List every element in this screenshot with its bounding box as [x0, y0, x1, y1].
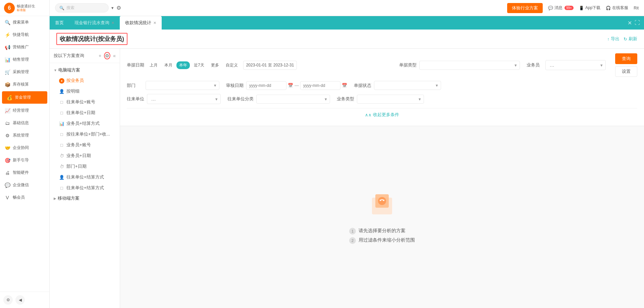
tab-bank-close[interactable]: ✕ — [111, 21, 114, 25]
date-tab-this-year[interactable]: 本年 — [176, 61, 190, 69]
tree-item-sales-payment[interactable]: 📊 业务员+结算方式 — [50, 118, 120, 129]
sidebar-item-finance[interactable]: 💰 资金管理 — [2, 91, 47, 104]
biz-type-select[interactable]: ▾ — [357, 95, 424, 104]
dept-select[interactable]: ▾ — [146, 81, 219, 90]
page-title: 收款情况统计(按业务员) — [56, 33, 127, 45]
sidebar-item-system[interactable]: ⚙ 系统管理 — [0, 129, 49, 142]
tree-item-sales-date[interactable]: ⏱ 业务员+日期 — [50, 150, 120, 161]
sidebar-item-enterprise[interactable]: 🤝 企业协同 — [0, 142, 49, 154]
tab-bank[interactable]: 现金银行流水查询 ✕ — [69, 16, 120, 30]
set-btn[interactable]: 设置 — [615, 66, 637, 77]
user-avatar[interactable]: Rit — [634, 6, 639, 10]
collapse-sidebar-btn[interactable]: ◀ — [15, 295, 25, 305]
tree-group-desktop-header[interactable]: ▼ 电脑端方案 — [50, 65, 120, 75]
notification-btn[interactable]: 💬 消息 99+ — [548, 5, 574, 11]
sidebar-item-guide[interactable]: 🎯 新手引导 — [0, 154, 49, 166]
date-tab-this-month[interactable]: 本月 — [162, 61, 175, 69]
online-service-btn[interactable]: 🎧 在线客服 — [606, 5, 628, 11]
inventory-icon: 📦 — [5, 82, 10, 87]
app-download-btn[interactable]: 📱 App下载 — [579, 5, 600, 11]
search-icon: 🔍 — [5, 20, 10, 25]
partner-type-select[interactable]: ▾ — [256, 95, 330, 104]
sidebar-item-sales[interactable]: 📊 销售管理 — [0, 53, 49, 66]
content-area: 收款情况统计(按业务员) ↑ 导出 ↻ 刷新 按以下方 — [50, 30, 644, 308]
date-tab-last-month[interactable]: 上月 — [147, 61, 160, 69]
partner-type-arrow: ▾ — [325, 97, 327, 102]
collapse-panel-btn[interactable]: « — [113, 53, 116, 58]
add-plan-btn[interactable]: + — [99, 53, 101, 58]
tabbar-end: ✕ ⛶ — [624, 20, 644, 26]
sales-select[interactable]: ... ▾ — [545, 60, 606, 70]
right-panel: 单据日期 上月 本月 本年 近7天 更多 自定义 — [120, 49, 644, 308]
refresh-btn[interactable]: ↻ 刷新 — [624, 36, 637, 42]
date-tab-more[interactable]: 更多 — [208, 61, 222, 69]
partner-filter: 往来单位 ... ▾ — [127, 94, 221, 104]
review-date-range: 📅 — 📅 — [246, 81, 347, 90]
date-tab-7days[interactable]: 近7天 — [191, 61, 207, 69]
review-date-from-input[interactable] — [246, 81, 286, 90]
sidebar-item-member[interactable]: V 畅会员 — [0, 191, 49, 204]
export-icon: ↑ — [607, 37, 610, 42]
export-btn[interactable]: ↑ 导出 — [607, 36, 620, 42]
tree-item-client-account[interactable]: □ 往来单位+账号 — [50, 97, 120, 107]
doc-status-arrow: ▾ — [436, 83, 438, 88]
table5-icon: □ — [59, 186, 64, 191]
tree-item-by-detail[interactable]: 👤 按明细 — [50, 86, 120, 97]
plan-settings-btn[interactable]: ⚙ — [104, 52, 110, 59]
tree-item-client-payment2[interactable]: □ 往来单位+结算方式 — [50, 183, 120, 193]
tree-item-sales-account[interactable]: □ 业务员+账号 — [50, 140, 120, 150]
window-close-btn[interactable]: ✕ — [628, 20, 632, 26]
tree-item-dept-date[interactable]: ⏱ 部门+日期 — [50, 161, 120, 172]
sidebar-item-operations[interactable]: 📈 经营管理 — [0, 104, 49, 117]
tab-collection-close[interactable]: ✕ — [153, 21, 156, 25]
topbar-gear-btn[interactable]: ⚙ — [116, 5, 121, 11]
tab-home[interactable]: 首页 — [50, 16, 69, 30]
partner-type-filter: 往来单位分类 ▾ — [227, 95, 330, 104]
partner-more-btn[interactable]: ... — [151, 96, 156, 102]
settings-footer-btn[interactable]: ⚙ — [3, 295, 13, 305]
doc-status-select[interactable]: ▾ — [374, 81, 441, 90]
tree-item-client-dept[interactable]: □ 按往来单位+部门+收... — [50, 129, 120, 140]
action-btns: 查询 设置 — [615, 53, 637, 77]
cal-to-icon[interactable]: 📅 — [342, 83, 347, 88]
topbar-search-box[interactable]: 🔍 搜索 — [55, 3, 109, 12]
sales-more-btn[interactable]: ... — [550, 62, 554, 68]
review-date-to-input[interactable] — [300, 81, 340, 90]
collapse-bar[interactable]: ∧∧ 收起更多条件 — [127, 108, 637, 121]
window-expand-btn[interactable]: ⛶ — [635, 20, 640, 26]
sidebar-item-search[interactable]: 🔍 搜索菜单 — [0, 16, 49, 29]
guide-icon: 🎯 — [5, 158, 10, 163]
clock2-icon: ⏱ — [59, 164, 64, 169]
sidebar-nav: 🔍 搜索菜单 ⚡ 快捷导航 📢 营销推广 📊 销售管理 🛒 采购管理 📦 库存核… — [0, 16, 49, 292]
sidebar-item-purchase[interactable]: 🛒 采购管理 — [0, 66, 49, 78]
partner-select[interactable]: ... ▾ — [147, 94, 221, 104]
sidebar-item-inventory[interactable]: 📦 库存核算 — [0, 78, 49, 91]
tree-item-client-payment1[interactable]: 👤 往来单位+结算方式 — [50, 172, 120, 183]
tree-item-by-sales[interactable]: ● 按业务员 — [50, 75, 120, 86]
topbar-left: 🔍 搜索 ▾ ⚙ — [55, 3, 503, 12]
left-panel: 按以下方案查询 + ⚙ « ▼ 电脑端方案 — [50, 49, 120, 308]
review-date-filter: 审核日期 📅 — 📅 — [226, 81, 347, 90]
tree-item-client-date[interactable]: □ 往来单位+日期 — [50, 107, 120, 118]
tree-group-mobile-header[interactable]: ▶ 移动端方案 — [50, 193, 120, 203]
orange-dot-icon: ● — [59, 78, 64, 84]
filter-row-3: 往来单位 ... ▾ 往来单位分类 — [127, 94, 637, 104]
topbar-dropdown-btn[interactable]: ▾ — [111, 5, 114, 10]
hardware-icon: 🖨 — [5, 170, 10, 175]
table-icon: □ — [59, 100, 64, 105]
tree-arrow-desktop: ▼ — [54, 68, 57, 72]
sidebar-item-hardware[interactable]: 🖨 智能硬件 — [0, 166, 49, 179]
tab-collection[interactable]: 收款情况统计 ✕ — [120, 16, 162, 30]
doc-type-select[interactable]: ▾ — [419, 61, 520, 70]
cal-from-icon[interactable]: 📅 — [288, 83, 293, 88]
sidebar-item-marketing[interactable]: 📢 营销推广 — [0, 41, 49, 53]
date-tab-custom[interactable]: 自定义 — [223, 61, 240, 69]
query-btn[interactable]: 查询 — [615, 53, 637, 64]
sidebar: 6 畅捷通好生 标准版 🔍 搜索菜单 ⚡ 快捷导航 📢 营销推广 📊 销售管理 … — [0, 0, 50, 308]
sidebar-item-quicknav[interactable]: ⚡ 快捷导航 — [0, 29, 49, 41]
sidebar-item-weixin[interactable]: 💬 企业微信 — [0, 179, 49, 191]
topbar: 🔍 搜索 ▾ ⚙ 体验行业方案 💬 消息 99+ 📱 App下载 🎧 在线客服 — [50, 0, 644, 16]
filter-area: 单据日期 上月 本月 本年 近7天 更多 自定义 — [120, 49, 644, 126]
sidebar-item-basic[interactable]: 🗂 基础信息 — [0, 117, 49, 129]
trial-btn[interactable]: 体验行业方案 — [507, 3, 543, 13]
